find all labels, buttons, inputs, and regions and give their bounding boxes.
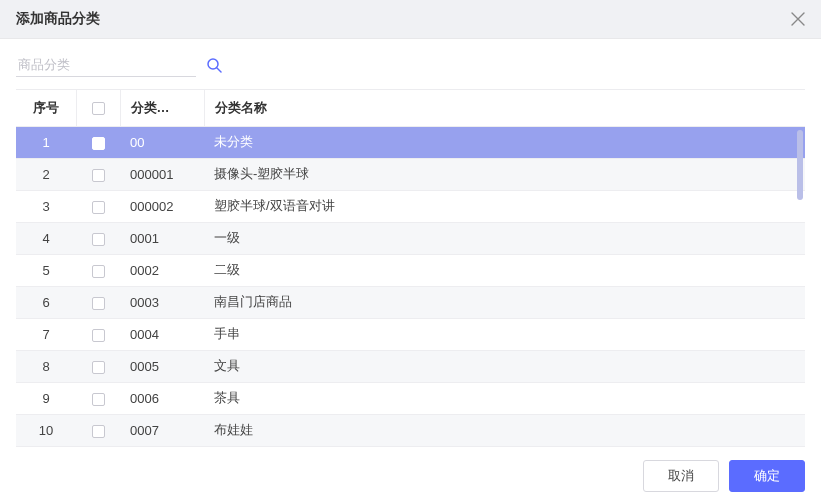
col-header-code: 分类… [120, 90, 204, 126]
cell-code: 00 [120, 126, 204, 158]
row-checkbox[interactable] [92, 201, 105, 214]
cell-name: 文具 [204, 350, 805, 382]
cell-code: 0005 [120, 350, 204, 382]
table-row[interactable]: 40001一级 [16, 222, 805, 254]
row-checkbox[interactable] [92, 297, 105, 310]
row-checkbox[interactable] [92, 137, 105, 150]
cell-checkbox [76, 158, 120, 190]
cell-checkbox [76, 190, 120, 222]
cell-index: 2 [16, 158, 76, 190]
table-row[interactable]: 2000001摄像头-塑胶半球 [16, 158, 805, 190]
cell-index: 6 [16, 286, 76, 318]
cancel-button[interactable]: 取消 [643, 460, 719, 492]
confirm-button[interactable]: 确定 [729, 460, 805, 492]
table-row[interactable]: 60003南昌门店商品 [16, 286, 805, 318]
close-icon[interactable] [791, 12, 805, 26]
dialog-body: 序号 分类… 分类名称 100未分类2000001摄像头-塑胶半球3000002… [0, 39, 821, 448]
category-table: 序号 分类… 分类名称 100未分类2000001摄像头-塑胶半球3000002… [16, 90, 805, 447]
cell-name: 手串 [204, 318, 805, 350]
cell-name: 摄像头-塑胶半球 [204, 158, 805, 190]
cell-code: 0007 [120, 414, 204, 446]
cell-code: 0001 [120, 222, 204, 254]
cell-index: 10 [16, 414, 76, 446]
cell-index: 5 [16, 254, 76, 286]
table-row[interactable]: 3000002塑胶半球/双语音对讲 [16, 190, 805, 222]
cell-checkbox [76, 414, 120, 446]
dialog-header: 添加商品分类 [0, 0, 821, 39]
row-checkbox[interactable] [92, 233, 105, 246]
cell-checkbox [76, 222, 120, 254]
row-checkbox[interactable] [92, 361, 105, 374]
cell-checkbox [76, 318, 120, 350]
add-category-dialog: 添加商品分类 序号 [0, 0, 821, 504]
cell-name: 塑胶半球/双语音对讲 [204, 190, 805, 222]
dialog-footer: 取消 确定 [0, 448, 821, 504]
search-row [16, 53, 805, 77]
table-scroll[interactable]: 序号 分类… 分类名称 100未分类2000001摄像头-塑胶半球3000002… [16, 90, 805, 448]
cell-code: 000002 [120, 190, 204, 222]
cell-index: 7 [16, 318, 76, 350]
col-header-name: 分类名称 [204, 90, 805, 126]
cell-code: 0002 [120, 254, 204, 286]
cell-index: 8 [16, 350, 76, 382]
cell-name: 一级 [204, 222, 805, 254]
cell-checkbox [76, 382, 120, 414]
table-row[interactable]: 80005文具 [16, 350, 805, 382]
row-checkbox[interactable] [92, 393, 105, 406]
cell-name: 未分类 [204, 126, 805, 158]
cell-name: 布娃娃 [204, 414, 805, 446]
col-header-index: 序号 [16, 90, 76, 126]
search-input[interactable] [16, 53, 196, 77]
cell-checkbox [76, 350, 120, 382]
dialog-title: 添加商品分类 [16, 10, 100, 28]
table-row[interactable]: 100007布娃娃 [16, 414, 805, 446]
search-icon[interactable] [206, 57, 222, 73]
cell-code: 0004 [120, 318, 204, 350]
table-row[interactable]: 100未分类 [16, 126, 805, 158]
row-checkbox[interactable] [92, 425, 105, 438]
col-header-checkbox [76, 90, 120, 126]
row-checkbox[interactable] [92, 265, 105, 278]
cell-name: 二级 [204, 254, 805, 286]
cell-checkbox [76, 126, 120, 158]
cell-checkbox [76, 254, 120, 286]
cell-code: 000001 [120, 158, 204, 190]
table-wrap: 序号 分类… 分类名称 100未分类2000001摄像头-塑胶半球3000002… [16, 89, 805, 448]
cell-checkbox [76, 286, 120, 318]
select-all-checkbox[interactable] [92, 102, 105, 115]
row-checkbox[interactable] [92, 329, 105, 342]
cell-index: 3 [16, 190, 76, 222]
table-row[interactable]: 50002二级 [16, 254, 805, 286]
cell-code: 0006 [120, 382, 204, 414]
table-row[interactable]: 90006茶具 [16, 382, 805, 414]
cell-index: 1 [16, 126, 76, 158]
cell-name: 茶具 [204, 382, 805, 414]
vertical-scrollbar-thumb[interactable] [797, 130, 803, 200]
table-row[interactable]: 70004手串 [16, 318, 805, 350]
row-checkbox[interactable] [92, 169, 105, 182]
cell-index: 9 [16, 382, 76, 414]
cell-code: 0003 [120, 286, 204, 318]
cell-name: 南昌门店商品 [204, 286, 805, 318]
cell-index: 4 [16, 222, 76, 254]
